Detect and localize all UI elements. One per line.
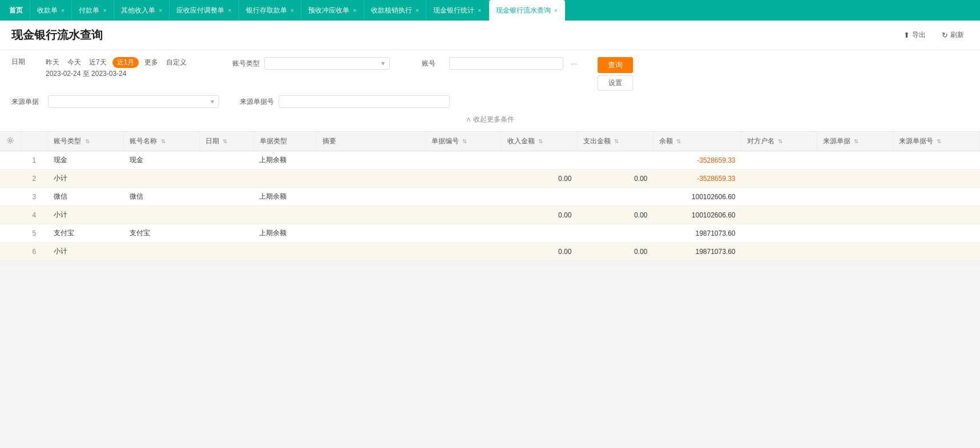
th-doc-num[interactable]: 单据编号 ⇅ — [426, 132, 502, 151]
close-icon[interactable]: × — [353, 7, 356, 14]
th-date[interactable]: 日期 ⇅ — [200, 132, 254, 151]
td-counterpart — [741, 151, 817, 169]
table-container: 账号类型 ⇅ 账号名称 ⇅ 日期 ⇅ 单据类型 摘要 单据编号 ⇅ 收入金额 ⇅… — [0, 132, 980, 261]
th-source-doc[interactable]: 来源单据 ⇅ — [817, 132, 893, 151]
source-doc-select[interactable]: ▾ — [48, 95, 219, 108]
close-icon[interactable]: × — [61, 7, 64, 14]
nav-tab-home[interactable]: 首页 — [2, 0, 30, 21]
date-7days[interactable]: 近7天 — [87, 57, 109, 68]
td-settings — [0, 188, 21, 206]
td-account-name: 支付宝 — [124, 224, 200, 243]
nav-tab-prepay[interactable]: 预收冲应收单 × — [301, 0, 364, 21]
td-balance: 19871073.60 — [653, 224, 741, 243]
date-shortcuts: 昨天 今天 近7天 近1月 更多 自定义 — [43, 57, 189, 68]
close-icon[interactable]: × — [103, 7, 106, 14]
nav-tab-receipt[interactable]: 收款单 × — [30, 0, 72, 21]
sort-icon: ⇅ — [462, 138, 467, 144]
th-counterpart[interactable]: 对方户名 ⇅ — [741, 132, 817, 151]
export-icon: ⬆ — [904, 31, 910, 39]
account-label: 账号 — [422, 59, 445, 68]
date-today[interactable]: 今天 — [65, 57, 83, 68]
date-custom[interactable]: 自定义 — [164, 57, 189, 68]
table-header-row: 账号类型 ⇅ 账号名称 ⇅ 日期 ⇅ 单据类型 摘要 单据编号 ⇅ 收入金额 ⇅… — [0, 132, 980, 151]
td-settings — [0, 243, 21, 261]
close-icon[interactable]: × — [159, 7, 162, 14]
close-icon[interactable]: × — [478, 7, 481, 14]
td-expense — [577, 151, 653, 169]
table-row: 3 微信 微信 上期余额 100102606.60 — [0, 188, 980, 206]
account-input[interactable] — [449, 57, 563, 70]
td-balance: 100102606.60 — [653, 188, 741, 206]
source-doc-dropdown-icon: ▾ — [211, 98, 214, 106]
td-date — [200, 151, 254, 169]
td-expense: 0.00 — [577, 243, 653, 261]
table-row: 4 小计 0.00 0.00 100102606.60 — [0, 206, 980, 224]
nav-tab-cash-flow[interactable]: 现金银行流水查询 × — [489, 0, 565, 21]
nav-tab-ap-adjust[interactable]: 应收应付调整单 × — [170, 0, 239, 21]
td-account-name — [124, 243, 200, 261]
td-summary — [316, 188, 425, 206]
td-income: 0.00 — [501, 243, 577, 261]
date-range-display: 2023-02-24 至 2023-03-24 — [46, 69, 189, 79]
top-nav: 首页 收款单 × 付款单 × 其他收入单 × 应收应付调整单 × 银行存取款单 … — [0, 0, 980, 21]
td-expense — [577, 224, 653, 243]
td-counterpart — [741, 224, 817, 243]
sort-icon: ⇅ — [676, 138, 681, 144]
td-balance: 100102606.60 — [653, 206, 741, 224]
nav-tab-other-income[interactable]: 其他收入单 × — [114, 0, 170, 21]
td-income: 0.00 — [501, 206, 577, 224]
th-account-name[interactable]: 账号名称 ⇅ — [124, 132, 200, 151]
th-expense[interactable]: 支出金额 ⇅ — [577, 132, 653, 151]
td-source-doc — [817, 188, 893, 206]
td-account-type: 小计 — [48, 243, 124, 261]
action-buttons: 查询 设置 — [598, 57, 633, 91]
td-doc-num — [426, 188, 502, 206]
td-counterpart — [741, 206, 817, 224]
setting-button[interactable]: 设置 — [598, 75, 633, 91]
nav-tab-cash-stat[interactable]: 现金银行统计 × — [426, 0, 489, 21]
td-settings — [0, 169, 21, 188]
close-icon[interactable]: × — [554, 7, 558, 14]
collapse-bar[interactable]: ∧ 收起更多条件 — [11, 112, 969, 127]
refresh-button[interactable]: ↻ 刷新 — [937, 28, 969, 42]
th-income[interactable]: 收入金额 ⇅ — [501, 132, 577, 151]
table-row: 2 小计 0.00 0.00 -3528659.33 — [0, 169, 980, 188]
th-settings[interactable] — [0, 132, 21, 151]
td-account-name: 微信 — [124, 188, 200, 206]
date-1month[interactable]: 近1月 — [112, 57, 139, 68]
close-icon[interactable]: × — [291, 7, 294, 14]
nav-tab-bank-deposit[interactable]: 银行存取款单 × — [239, 0, 301, 21]
source-doc-num-input[interactable] — [279, 95, 450, 108]
td-summary — [316, 243, 425, 261]
sort-icon: ⇅ — [778, 138, 783, 144]
td-date — [200, 243, 254, 261]
nav-tab-payment[interactable]: 付款单 × — [72, 0, 114, 21]
td-doc-num — [426, 169, 502, 188]
td-source-doc-num — [893, 243, 979, 261]
settings-icon — [6, 136, 14, 144]
close-icon[interactable]: × — [416, 7, 419, 14]
date-filter-label: 日期 — [11, 57, 34, 67]
td-source-doc-num — [893, 188, 979, 206]
query-button[interactable]: 查询 — [598, 57, 633, 73]
collapse-label: 收起更多条件 — [473, 115, 514, 123]
sort-icon: ⇅ — [223, 138, 227, 144]
td-summary — [316, 224, 425, 243]
td-summary — [316, 206, 425, 224]
td-account-type: 小计 — [48, 206, 124, 224]
account-type-select[interactable]: ▾ — [264, 57, 390, 70]
nav-tab-collection-exec[interactable]: 收款核销执行 × — [364, 0, 426, 21]
date-more[interactable]: 更多 — [142, 57, 160, 68]
account-more-icon[interactable]: ··· — [570, 59, 577, 68]
th-source-doc-num[interactable]: 来源单据号 ⇅ — [893, 132, 979, 151]
th-balance[interactable]: 余额 ⇅ — [653, 132, 741, 151]
account-type-dropdown-icon: ▾ — [381, 59, 385, 67]
export-button[interactable]: ⬆ 导出 — [899, 28, 930, 42]
td-doc-type: 上期余额 — [253, 188, 316, 206]
date-yesterday[interactable]: 昨天 — [43, 57, 62, 68]
close-icon[interactable]: × — [228, 7, 231, 14]
sort-icon: ⇅ — [854, 138, 858, 144]
sort-icon: ⇅ — [85, 138, 90, 144]
table-body: 1 现金 现金 上期余额 -3528659.33 2 小计 0.00 0.00 … — [0, 151, 980, 261]
th-account-type[interactable]: 账号类型 ⇅ — [48, 132, 124, 151]
